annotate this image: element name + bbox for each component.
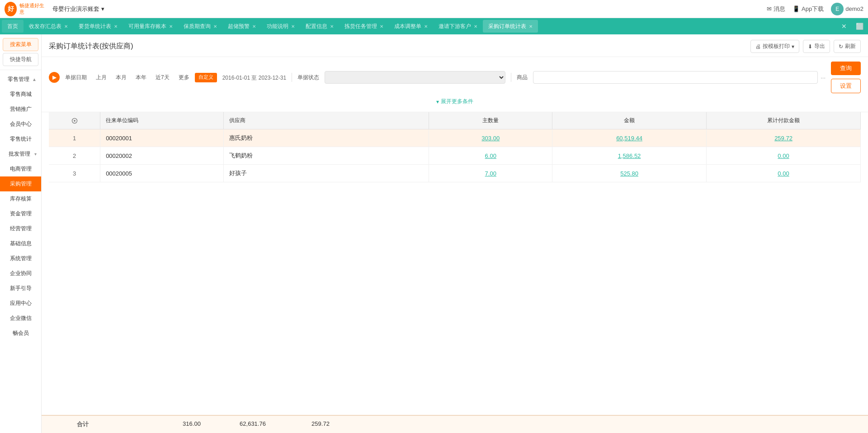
- date-btn-this-year[interactable]: 本年: [132, 73, 150, 82]
- date-btn-7days[interactable]: 近7天: [152, 73, 173, 82]
- tab-feature-desc[interactable]: 功能说明 ✕: [261, 20, 300, 33]
- qty-link[interactable]: 6.00: [485, 152, 496, 159]
- sidebar-item-vip[interactable]: 畅会员: [0, 326, 41, 341]
- product-input[interactable]: [533, 71, 818, 84]
- tab-available-inventory-label: 可用量库存账本: [128, 23, 166, 30]
- sidebar-item-marketing-label: 营销推广: [5, 105, 37, 113]
- filter-toggle-btn[interactable]: ▶: [49, 72, 60, 83]
- row-amount: 525.80: [552, 165, 707, 182]
- th-settings: [49, 112, 100, 129]
- sidebar-item-newbie[interactable]: 新手引导: [0, 281, 41, 296]
- status-select[interactable]: [325, 71, 505, 84]
- page: 采购订单统计表(按供应商) 🖨 按模板打印 ▾ ⬇ 导出 ↻ 刷新: [42, 34, 868, 433]
- filter-divider2: [511, 73, 511, 82]
- message-action[interactable]: ✉ 消息: [767, 5, 785, 13]
- sidebar-item-retail-shop[interactable]: 零售商城: [0, 87, 41, 102]
- table-row: 2 00020002 飞鹤奶粉 6.00 1,586.52 0.00: [49, 147, 861, 165]
- close-icon[interactable]: ✕: [169, 24, 173, 29]
- tab-available-inventory[interactable]: 可用量库存账本 ✕: [123, 20, 178, 33]
- close-icon[interactable]: ✕: [474, 24, 477, 29]
- tab-invite-customer[interactable]: 邀请下游客户 ✕: [433, 20, 483, 33]
- filter-row: ▶ 单据日期 上月 本月 本年 近7天 更多 自定义 2016-01-01 至 …: [49, 62, 861, 93]
- qty-link[interactable]: 303.00: [481, 135, 500, 142]
- export-button[interactable]: ⬇ 导出: [803, 40, 830, 53]
- sidebar-item-basic[interactable]: 基础信息: [0, 236, 41, 251]
- date-custom-badge[interactable]: 自定义: [195, 73, 217, 82]
- template-print-button[interactable]: 🖨 按模板打印 ▾: [750, 40, 799, 53]
- expand-more-filters-btn[interactable]: ▾ 展开更多条件: [49, 96, 861, 107]
- sidebar-item-enterprise[interactable]: 企业协同: [0, 266, 41, 281]
- row-supplier: 惠氏奶粉: [223, 129, 429, 147]
- row-index: 1: [49, 129, 100, 147]
- sidebar-item-retail-stats[interactable]: 零售统计: [0, 132, 41, 147]
- sidebar-item-wechat[interactable]: 企业微信: [0, 311, 41, 326]
- close-icon[interactable]: ✕: [380, 24, 383, 29]
- date-btn-this-month[interactable]: 本月: [112, 73, 130, 82]
- tab-pick-task[interactable]: 拣货任务管理 ✕: [339, 20, 389, 33]
- close-icon[interactable]: ✕: [114, 24, 118, 29]
- close-icon[interactable]: ✕: [291, 24, 295, 29]
- close-icon[interactable]: ✕: [213, 24, 217, 29]
- close-icon[interactable]: ✕: [424, 24, 428, 29]
- sidebar-item-member[interactable]: 会员中心: [0, 117, 41, 132]
- refresh-button[interactable]: ↻ 刷新: [834, 40, 861, 53]
- tab-config-info[interactable]: 配置信息 ✕: [300, 20, 339, 33]
- app-download-action[interactable]: 📱 App下载: [793, 5, 824, 13]
- qty-link[interactable]: 7.00: [485, 170, 496, 177]
- page-header-actions: 🖨 按模板打印 ▾ ⬇ 导出 ↻ 刷新: [750, 40, 861, 53]
- tab-pick-task-label: 拣货任务管理: [344, 23, 377, 30]
- settings-icon[interactable]: [54, 118, 94, 124]
- sidebar-item-appstore[interactable]: 应用中心: [0, 296, 41, 311]
- chevron-down-icon: ▾: [101, 5, 104, 12]
- avatar: E: [831, 3, 844, 15]
- tab-home[interactable]: 首页: [2, 20, 24, 33]
- message-label: 消息: [774, 5, 785, 13]
- tab-overstock-warning[interactable]: 超储预警 ✕: [222, 20, 261, 33]
- template-print-label: 按模板打印: [763, 43, 790, 50]
- settings-button[interactable]: 设置: [831, 79, 861, 93]
- sidebar-item-purchase[interactable]: 采购管理: [0, 176, 41, 191]
- ellipsis-icon[interactable]: ···: [821, 74, 826, 81]
- th-code: 往来单位编码: [100, 112, 224, 129]
- close-icon[interactable]: ✕: [330, 24, 334, 29]
- sidebar-item-finance[interactable]: 资金管理: [0, 206, 41, 221]
- row-index: 3: [49, 165, 100, 182]
- query-btn-area: 查询 设置: [831, 62, 861, 93]
- footer-amount: 62,631.76: [216, 420, 284, 428]
- sidebar-item-retail[interactable]: 零售管理 ▲: [0, 72, 41, 87]
- tab-order-summary[interactable]: 要货单统计表 ✕: [73, 20, 123, 33]
- sidebar-item-marketing[interactable]: 营销推广: [0, 102, 41, 117]
- filter-divider: [292, 73, 292, 82]
- sidebar-item-system[interactable]: 系统管理: [0, 251, 41, 266]
- tab-expiry-query[interactable]: 保质期查询 ✕: [178, 20, 222, 33]
- date-btn-more[interactable]: 更多: [175, 73, 193, 82]
- tab-cost-adjust[interactable]: 成本调整单 ✕: [389, 20, 433, 33]
- tab-purchase-summary[interactable]: 采购订单统计表 ✕: [483, 20, 538, 33]
- expand-btn[interactable]: ⬜: [853, 22, 866, 31]
- user-area[interactable]: E demo2: [831, 3, 863, 15]
- paid-link[interactable]: 259.72: [774, 135, 793, 142]
- tab-overstock-warning-label: 超储预警: [228, 23, 250, 30]
- workspace-selector[interactable]: 母婴行业演示账套 ▾: [49, 3, 108, 15]
- sidebar-item-ecommerce[interactable]: 电商管理: [0, 162, 41, 176]
- amount-link[interactable]: 1,586.52: [618, 152, 641, 159]
- tab-receive-summary-label: 收发存汇总表: [29, 23, 61, 30]
- query-button[interactable]: 查询: [831, 62, 861, 75]
- close-icon[interactable]: ✕: [529, 24, 533, 29]
- sidebar-item-system-label: 系统管理: [5, 255, 37, 262]
- close-tab-btn[interactable]: ✕: [839, 22, 849, 31]
- sidebar-item-inventory[interactable]: 库存核算: [0, 191, 41, 206]
- sidebar-item-operation[interactable]: 经营管理: [0, 221, 41, 236]
- amount-link[interactable]: 525.80: [620, 170, 638, 177]
- close-icon[interactable]: ✕: [64, 24, 68, 29]
- search-menu-button[interactable]: 搜索菜单: [3, 38, 38, 51]
- date-btn-last-month[interactable]: 上月: [92, 73, 110, 82]
- tab-config-info-label: 配置信息: [306, 23, 327, 30]
- tab-receive-summary[interactable]: 收发存汇总表 ✕: [24, 20, 73, 33]
- close-icon[interactable]: ✕: [252, 24, 256, 29]
- paid-link[interactable]: 0.00: [778, 152, 789, 159]
- sidebar-item-wholesale[interactable]: 批发管理 ▾: [0, 147, 41, 162]
- paid-link[interactable]: 0.00: [778, 170, 789, 177]
- quick-nav-button[interactable]: 快捷导航: [3, 53, 38, 66]
- amount-link[interactable]: 60,519.44: [616, 135, 642, 142]
